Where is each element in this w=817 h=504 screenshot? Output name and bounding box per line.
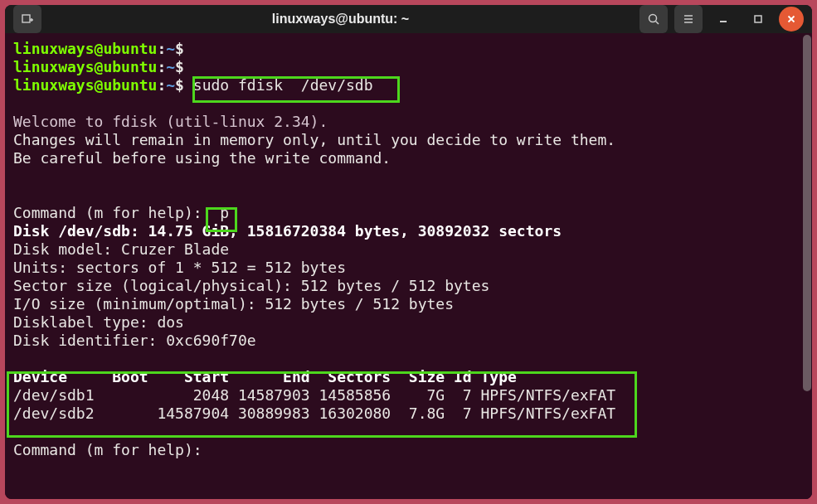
blank-line (13, 167, 792, 186)
new-tab-icon (21, 12, 34, 26)
minimize-button[interactable] (709, 5, 737, 33)
titlebar-controls (639, 5, 804, 33)
close-button[interactable] (779, 7, 804, 32)
io-size-line: I/O size (minimum/optimal): 512 bytes / … (13, 295, 792, 313)
window-title: linuxways@ubuntu: ~ (48, 12, 633, 27)
terminal-output[interactable]: linuxways@ubuntu:~$ linuxways@ubuntu:~$ … (5, 33, 800, 499)
svg-rect-9 (755, 16, 761, 22)
terminal-body: linuxways@ubuntu:~$ linuxways@ubuntu:~$ … (5, 33, 812, 499)
prompt-symbol: $ (175, 76, 184, 94)
identifier-line: Disk identifier: 0xc690f70e (13, 332, 792, 350)
svg-rect-0 (22, 15, 30, 22)
host: ubuntu (103, 76, 157, 94)
blank-line (13, 186, 792, 204)
colon: : (157, 58, 166, 75)
scrollbar-thumb[interactable] (803, 35, 811, 391)
at-sign: @ (95, 40, 104, 57)
svg-line-4 (656, 22, 659, 25)
maximize-button[interactable] (744, 5, 772, 33)
partition-row-1: /dev/sdb1 2048 14587903 14585856 7G 7 HP… (13, 386, 792, 405)
colon: : (157, 40, 166, 57)
disk-model-line: Disk model: Cruzer Blade (13, 240, 792, 259)
p-input: p (211, 204, 238, 221)
blank-line (13, 423, 792, 441)
command-empty (184, 40, 193, 57)
user: linuxways (13, 40, 95, 57)
user: linuxways (13, 58, 95, 75)
titlebar: linuxways@ubuntu: ~ (5, 5, 812, 33)
host: ubuntu (103, 40, 157, 57)
host: ubuntu (103, 58, 157, 75)
search-icon (647, 12, 660, 26)
path: ~ (166, 58, 175, 75)
prompt-symbol: $ (175, 58, 184, 75)
search-button[interactable] (639, 5, 668, 33)
path: ~ (166, 76, 175, 94)
fdisk-prompt-2: Command (m for help): (13, 441, 792, 459)
command-fdisk: sudo fdisk /dev/sdb (184, 76, 382, 94)
label-type-line: Disklabel type: dos (13, 313, 792, 332)
blank-line (13, 94, 792, 113)
partition-row-2: /dev/sdb2 14587904 30889983 16302080 7.8… (13, 405, 792, 423)
close-icon (785, 13, 797, 25)
svg-point-3 (649, 15, 657, 22)
changes-line: Changes will remain in memory only, unti… (13, 131, 792, 149)
hamburger-icon (682, 12, 695, 26)
prompt-line-command: linuxways@ubuntu:~$ sudo fdisk /dev/sdb (13, 76, 792, 94)
prompt-symbol: $ (175, 40, 184, 57)
disk-header-line: Disk /dev/sdb: 14.75 GiB, 15816720384 by… (13, 222, 792, 240)
terminal-scrollbar[interactable] (800, 33, 812, 499)
new-tab-button[interactable] (13, 5, 41, 33)
careful-line: Be careful before using the write comman… (13, 149, 792, 167)
prompt-line: linuxways@ubuntu:~$ (13, 58, 792, 76)
fdisk-command-prompt-line: Command (m for help): p (13, 204, 792, 222)
partition-header-line: Device Boot Start End Sectors Size Id Ty… (13, 368, 792, 386)
welcome-line: Welcome to fdisk (util-linux 2.34). (13, 113, 792, 131)
colon: : (157, 76, 166, 94)
path: ~ (166, 40, 175, 57)
minimize-icon (717, 13, 729, 25)
at-sign: @ (95, 58, 104, 75)
at-sign: @ (95, 76, 104, 94)
menu-button[interactable] (674, 5, 703, 33)
prompt-line: linuxways@ubuntu:~$ (13, 40, 792, 58)
units-line: Units: sectors of 1 * 512 = 512 bytes (13, 259, 792, 277)
blank-line (13, 350, 792, 368)
maximize-icon (752, 13, 764, 25)
terminal-window: linuxways@ubuntu: ~ linuxways@ubuntu:~$ … (5, 5, 812, 499)
command-empty (184, 58, 193, 75)
sector-size-line: Sector size (logical/physical): 512 byte… (13, 277, 792, 295)
fdisk-prompt: Command (m for help): (13, 204, 211, 221)
user: linuxways (13, 76, 95, 94)
